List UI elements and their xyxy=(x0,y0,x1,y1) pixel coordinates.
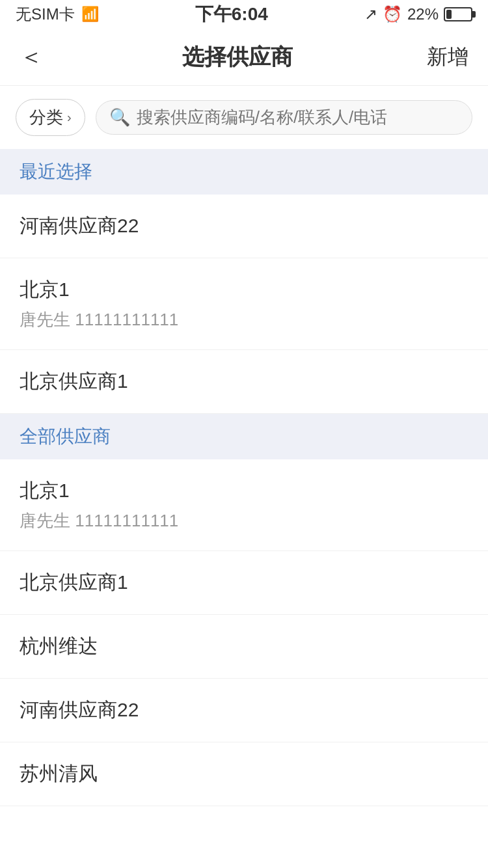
status-left: 无SIM卡 📶 xyxy=(16,4,99,25)
battery-percentage: 22% xyxy=(407,5,439,23)
all-section-header: 全部供应商 xyxy=(0,414,488,459)
category-label: 分类 xyxy=(29,106,63,129)
search-input[interactable] xyxy=(137,107,459,128)
status-right: ↗ ⏰ 22% xyxy=(364,5,472,23)
list-item[interactable]: 北京供应商1 xyxy=(0,350,488,414)
add-button[interactable]: 新增 xyxy=(416,43,468,72)
list-item[interactable]: 杭州维达 xyxy=(0,615,488,679)
item-detail: 唐先生 11111111111 xyxy=(20,308,468,331)
list-item[interactable]: 北京1唐先生 11111111111 xyxy=(0,258,488,350)
search-icon: 🔍 xyxy=(109,107,130,128)
wifi-icon: 📶 xyxy=(81,6,99,23)
list-item[interactable]: 河南供应商22 xyxy=(0,195,488,258)
location-icon: ↗ xyxy=(364,5,377,23)
carrier-label: 无SIM卡 xyxy=(16,4,75,25)
list-item[interactable]: 苏州清风 xyxy=(0,742,488,806)
item-name: 河南供应商22 xyxy=(20,697,468,724)
item-name: 河南供应商22 xyxy=(20,213,468,239)
all-section-title: 全部供应商 xyxy=(20,426,111,446)
item-name: 北京1 xyxy=(20,277,468,303)
battery-fill xyxy=(446,10,452,19)
item-name: 北京1 xyxy=(20,478,468,504)
status-time: 下午6:04 xyxy=(195,2,268,27)
battery-icon xyxy=(444,7,472,21)
search-box[interactable]: 🔍 xyxy=(96,100,472,135)
status-bar: 无SIM卡 📶 下午6:04 ↗ ⏰ 22% xyxy=(0,0,488,29)
list-item[interactable]: 北京供应商1 xyxy=(0,551,488,615)
category-filter[interactable]: 分类 › xyxy=(16,99,85,136)
list-item[interactable]: 北京1唐先生 11111111111 xyxy=(0,459,488,551)
item-name: 苏州清风 xyxy=(20,761,468,787)
back-button[interactable]: ＜ xyxy=(20,41,59,73)
nav-bar: ＜ 选择供应商 新增 xyxy=(0,29,488,86)
item-name: 北京供应商1 xyxy=(20,569,468,596)
recent-section-header: 最近选择 xyxy=(0,149,488,195)
page-title: 选择供应商 xyxy=(182,42,293,72)
chevron-icon: › xyxy=(67,110,72,125)
item-detail: 唐先生 11111111111 xyxy=(20,509,468,532)
list-item[interactable]: 河南供应商22 xyxy=(0,679,488,742)
recent-items-list: 河南供应商22北京1唐先生 11111111111北京供应商1 xyxy=(0,195,488,414)
recent-section-title: 最近选择 xyxy=(20,161,92,182)
all-items-list: 北京1唐先生 11111111111北京供应商1杭州维达河南供应商22苏州清风 xyxy=(0,459,488,806)
item-name: 北京供应商1 xyxy=(20,368,468,395)
alarm-icon: ⏰ xyxy=(383,5,402,23)
item-name: 杭州维达 xyxy=(20,633,468,660)
filter-bar: 分类 › 🔍 xyxy=(0,86,488,149)
